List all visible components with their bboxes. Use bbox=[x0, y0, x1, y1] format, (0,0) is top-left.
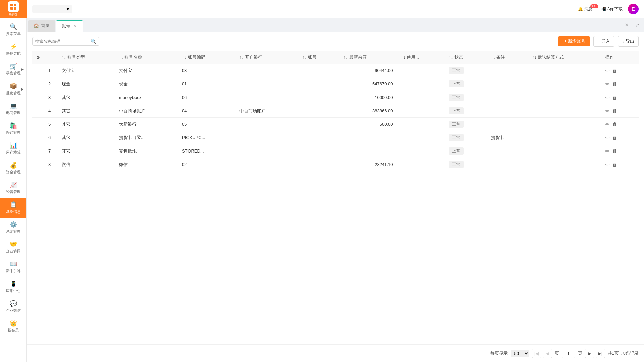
edit-button[interactable]: ✏ bbox=[605, 162, 610, 168]
topbar-search[interactable]: ▼ bbox=[32, 5, 72, 13]
svg-rect-3 bbox=[14, 7, 16, 10]
row-account bbox=[299, 77, 340, 91]
sidebar-item-system[interactable]: ⚙️ 系统管理 bbox=[0, 218, 26, 237]
sidebar-item-label: 资金管理 bbox=[6, 170, 21, 175]
row-actions: ✏ 🗑 bbox=[601, 64, 639, 77]
row-remark bbox=[487, 104, 528, 118]
edit-button[interactable]: ✏ bbox=[605, 148, 610, 154]
table-row: 1 支付宝 支付宝 03 -90444.00 正常 ✏ 🗑 bbox=[32, 64, 639, 77]
row-status: 正常 bbox=[445, 104, 487, 118]
enterprise-icon: 🤝 bbox=[10, 241, 17, 248]
prev-page-button[interactable]: ◀ bbox=[543, 349, 552, 358]
col-usage[interactable]: ↑↓ 使用... bbox=[397, 51, 445, 64]
sidebar-item-search[interactable]: 🔍 搜索菜单 bbox=[0, 20, 26, 40]
row-account bbox=[299, 64, 340, 77]
finance-icon: 💰 bbox=[10, 162, 17, 169]
delete-button[interactable]: 🗑 bbox=[612, 162, 618, 168]
svg-rect-2 bbox=[10, 7, 13, 10]
row-balance bbox=[340, 131, 397, 144]
table-row: 5 其它 大新银行 05 500.00 正常 ✏ 🗑 bbox=[32, 118, 639, 131]
search-input[interactable] bbox=[35, 39, 91, 44]
row-usage bbox=[397, 118, 445, 131]
row-num: 6 bbox=[44, 131, 58, 144]
add-account-button[interactable]: + 新增账号 bbox=[558, 36, 590, 46]
user-avatar[interactable]: E bbox=[628, 4, 639, 14]
delete-button[interactable]: 🗑 bbox=[612, 148, 618, 154]
edit-button[interactable]: ✏ bbox=[605, 95, 610, 101]
last-page-button[interactable]: ▶| bbox=[596, 349, 605, 358]
col-type[interactable]: ↑↓ 账号类型 bbox=[58, 51, 115, 64]
page-size-select[interactable]: 50 20 100 bbox=[511, 350, 529, 357]
tab-accounts[interactable]: 账号 ✕ bbox=[56, 20, 83, 32]
tab-close-all-button[interactable]: ✕ bbox=[623, 21, 631, 29]
row-code: 03 bbox=[178, 64, 235, 77]
message-button[interactable]: 🔔 消息 99+ bbox=[578, 6, 596, 12]
col-settings[interactable]: ⚙ bbox=[32, 51, 44, 64]
tab-accounts-label: 账号 bbox=[62, 23, 70, 29]
sidebar-item-member[interactable]: 👑 畅会员 bbox=[0, 316, 26, 336]
row-settings bbox=[32, 64, 44, 77]
purchase-icon: 🛍️ bbox=[10, 122, 17, 129]
tab-home[interactable]: 🏠 首页 bbox=[28, 20, 55, 32]
delete-button[interactable]: 🗑 bbox=[612, 121, 618, 127]
col-balance[interactable]: ↑↓ 最新余额 bbox=[340, 51, 397, 64]
delete-button[interactable]: 🗑 bbox=[612, 95, 618, 101]
next-page-button[interactable]: ▶ bbox=[585, 349, 594, 358]
sidebar-item-wholesale[interactable]: 📦 批发管理 ▶ bbox=[0, 79, 26, 99]
wechat-icon: 💬 bbox=[10, 300, 17, 307]
topbar-search-input[interactable] bbox=[36, 7, 66, 11]
row-code: PICKUPC... bbox=[178, 131, 235, 144]
col-usage-label: ↑↓ 使用... bbox=[401, 55, 419, 60]
sidebar-item-label: 电商管理 bbox=[6, 110, 21, 115]
col-bank[interactable]: ↑↓ 开户银行 bbox=[235, 51, 299, 64]
row-name: 微信 bbox=[115, 158, 178, 171]
row-settings bbox=[32, 118, 44, 131]
sidebar-item-ecommerce[interactable]: 💻 电商管理 bbox=[0, 99, 26, 119]
edit-button[interactable]: ✏ bbox=[605, 68, 610, 74]
delete-button[interactable]: 🗑 bbox=[612, 108, 618, 114]
app-download-button[interactable]: 📲 App下载 bbox=[601, 6, 623, 12]
sidebar-item-app-center[interactable]: 📱 应用中心 bbox=[0, 277, 26, 297]
first-page-button[interactable]: |◀ bbox=[532, 349, 541, 358]
edit-button[interactable]: ✏ bbox=[605, 135, 610, 141]
col-status[interactable]: ↑↓ 状态 bbox=[445, 51, 487, 64]
col-remark[interactable]: ↑↓ 备注 bbox=[487, 51, 528, 64]
col-account[interactable]: ↑↓ 账号 bbox=[299, 51, 340, 64]
sidebar-item-inventory[interactable]: 📊 库存核算 bbox=[0, 138, 26, 158]
delete-button[interactable]: 🗑 bbox=[612, 135, 618, 141]
delete-button[interactable]: 🗑 bbox=[612, 68, 618, 74]
import-button[interactable]: ↑ 导入 bbox=[593, 36, 614, 47]
search-nav-icon: 🔍 bbox=[10, 23, 17, 31]
sidebar-item-basic-info[interactable]: 📋 基础信息 bbox=[0, 198, 26, 218]
sidebar-item-finance[interactable]: 💰 资金管理 bbox=[0, 158, 26, 178]
col-code[interactable]: ↑↓ 账号编码 bbox=[178, 51, 235, 64]
row-code: 01 bbox=[178, 77, 235, 91]
delete-button[interactable]: 🗑 bbox=[612, 81, 618, 87]
export-button[interactable]: ↓ 导出 bbox=[618, 36, 639, 47]
col-default-settlement[interactable]: ↑↓ 默认结算方式 bbox=[528, 51, 602, 64]
sidebar-item-label: 企业协同 bbox=[6, 249, 21, 254]
sidebar-item-enterprise[interactable]: 🤝 企业协同 bbox=[0, 237, 26, 257]
row-balance: 500.00 bbox=[340, 118, 397, 131]
import-label: 导入 bbox=[601, 38, 610, 44]
sidebar-item-label: 基础信息 bbox=[6, 209, 21, 214]
sidebar-item-operations[interactable]: 📈 经营管理 bbox=[0, 178, 26, 198]
edit-button[interactable]: ✏ bbox=[605, 121, 610, 127]
edit-button[interactable]: ✏ bbox=[605, 108, 610, 114]
row-default-settlement bbox=[528, 77, 602, 91]
sidebar-item-wechat[interactable]: 💬 企业微信 bbox=[0, 297, 26, 316]
sidebar-item-retail[interactable]: 🛒 零售管理 ▶ bbox=[0, 59, 26, 79]
row-name: 零售抵现 bbox=[115, 144, 178, 158]
edit-button[interactable]: ✏ bbox=[605, 81, 610, 87]
row-balance: 383866.00 bbox=[340, 104, 397, 118]
tab-close-button[interactable]: ✕ bbox=[72, 24, 77, 28]
tab-expand-button[interactable]: ⤢ bbox=[633, 21, 641, 29]
topbar-search-icon: ▼ bbox=[66, 7, 70, 12]
col-name[interactable]: ↑↓ 账号名称 bbox=[115, 51, 178, 64]
sidebar-item-guide[interactable]: 📖 新手引导 bbox=[0, 257, 26, 277]
page-input[interactable] bbox=[562, 349, 575, 358]
table-row: 4 其它 中百商场账户 04 中百商场账户 383866.00 正常 ✏ 🗑 bbox=[32, 104, 639, 118]
guide-icon: 📖 bbox=[10, 260, 17, 268]
sidebar-item-purchase[interactable]: 🛍️ 采购管理 bbox=[0, 119, 26, 138]
sidebar-item-quick-nav[interactable]: ⚡ 快捷导航 bbox=[0, 40, 26, 59]
